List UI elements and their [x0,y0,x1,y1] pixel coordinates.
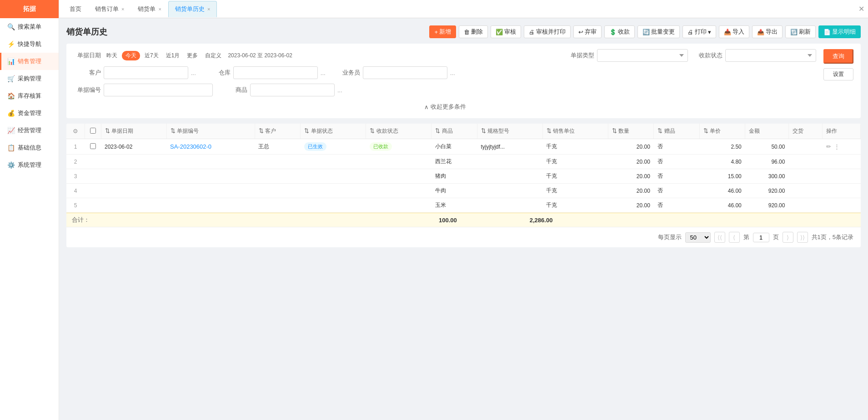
th-date[interactable]: ⇅ 单据日期 [101,124,166,139]
th-collect-status[interactable]: ⇅ 收款状态 [366,124,431,139]
th-docno[interactable]: ⇅ 单据编号 [166,124,255,139]
docno-link[interactable]: SA-20230602-0 [170,143,211,150]
date-custom[interactable]: 自定义 [202,51,224,60]
row-checkbox[interactable] [90,143,96,149]
salesman-picker-icon[interactable]: ... [450,70,455,76]
cell-amount: 96.00 [745,155,789,169]
date-1month[interactable]: 近1月 [163,51,183,60]
cell-checkbox[interactable] [85,184,101,198]
page-number-input[interactable] [753,233,769,242]
cell-spec [477,155,542,169]
audit-button[interactable]: ✅ 审核 [491,25,521,38]
cell-price: 46.00 [699,198,745,213]
goods-input[interactable] [250,84,335,96]
doc-type-select[interactable] [597,49,688,62]
filter-docno: 单据编号 [74,84,213,96]
tab-home[interactable]: 首页 [63,1,88,17]
table-row: 4牛肉千克20.00否46.00920.00 [66,184,861,198]
docno-input[interactable] [104,84,213,96]
page-prev-btn[interactable]: ⟨ [729,232,740,243]
add-button[interactable]: + 新增 [429,25,456,38]
sidebar-item-system[interactable]: ⚙️ 系统管理 [0,156,59,174]
th-trade[interactable]: 交货 [788,124,822,139]
cell-checkbox[interactable] [85,155,101,169]
settings-button[interactable]: 设置 [823,68,853,80]
cell-checkbox[interactable] [85,169,101,184]
page-next-btn[interactable]: ⟩ [783,232,793,243]
th-gift[interactable]: ⇅ 赠品 [654,124,699,139]
tab-sales-history[interactable]: 销货单历史 × [168,1,217,17]
warehouse-input[interactable] [233,66,318,79]
footer-qty-total: 100.00 [439,217,457,224]
batch-change-button[interactable]: 🔄 批量变更 [637,25,680,38]
sidebar-item-inventory[interactable]: 🏠 库存核算 [0,87,59,105]
th-qty[interactable]: ⇅ 数量 [608,124,653,139]
th-spec[interactable]: ⇅ 规格型号 [477,124,542,139]
footer-totals: 100.00 2,286.00 [439,217,552,224]
warehouse-picker-icon[interactable]: ... [321,70,326,76]
more-actions-icon[interactable]: ⋮ [834,143,840,150]
sidebar-item-basic[interactable]: 📋 基础信息 [0,139,59,156]
export-button[interactable]: 📤 导出 [752,25,783,38]
sidebar-item-sales[interactable]: 📊 销售管理 [0,53,59,70]
tab-sales-history-label: 销货单历史 [175,5,205,13]
import-icon: 📥 [724,29,731,35]
date-more[interactable]: 更多 [184,51,201,60]
print-button[interactable]: 🖨 打印 ▾ [682,25,716,38]
import-button[interactable]: 📥 导入 [719,25,749,38]
date-yesterday[interactable]: 昨天 [104,51,120,60]
abandon-button[interactable]: ↩ 弃审 [573,25,602,38]
th-amount[interactable]: 金额 [745,124,789,139]
cell-goods: 猪肉 [431,169,477,184]
sidebar-item-quick[interactable]: ⚡ 快捷导航 [0,35,59,53]
refresh-button[interactable]: 🔃 刷新 [785,25,816,38]
th-doc-status[interactable]: ⇅ 单据状态 [301,124,366,139]
sort-gift-icon: ⇅ [657,127,662,134]
goods-picker-icon[interactable]: ... [337,87,342,94]
page-last-btn[interactable]: ⟩⟩ [797,232,808,243]
audit-icon: ✅ [496,29,503,35]
cell-gift: 否 [654,198,699,213]
cell-spec: tyjyjtyjdf... [477,139,542,155]
page-first-btn[interactable]: ⟨⟨ [714,232,725,243]
th-checkbox[interactable] [85,124,101,139]
sidebar-item-operation[interactable]: 📈 经营管理 [0,122,59,139]
tab-sales-delivery[interactable]: 销货单 × [131,1,168,17]
collect-button[interactable]: 💲 收款 [604,25,635,38]
delete-button[interactable]: 🗑 删除 [459,25,488,38]
audit-print-button[interactable]: 🖨 审核并打印 [524,25,571,38]
table-header-row: ⚙ ⇅ 单据日期 ⇅ 单据编号 ⇅ 客户 ⇅ 单据状态 ⇅ 收款状态 ⇅ 商品 … [66,124,861,139]
th-customer[interactable]: ⇅ 客户 [255,124,300,139]
th-unit[interactable]: ⇅ 销售单位 [542,124,608,139]
customer-input[interactable] [104,66,188,79]
cell-checkbox[interactable] [85,139,101,155]
sidebar-item-label: 经营管理 [18,126,41,135]
sidebar-item-search[interactable]: 🔍 搜索菜单 [0,18,59,35]
edit-icon[interactable]: ✏ [826,143,831,150]
sidebar-item-purchase[interactable]: 🛒 采购管理 [0,70,59,87]
customer-picker-icon[interactable]: ... [191,70,196,76]
date-7days[interactable]: 近7天 [142,51,161,60]
salesman-input[interactable] [363,66,447,79]
tab-sales-order[interactable]: 销售订单 × [88,1,131,17]
select-all-checkbox[interactable] [90,128,96,134]
collapse-filter-btn[interactable]: ∧ 收起更多条件 [424,101,466,113]
th-goods[interactable]: ⇅ 商品 [431,124,477,139]
tab-sales-history-close[interactable]: × [207,6,210,12]
print-dropdown-icon: ▾ [708,29,711,35]
date-today[interactable]: 今天 [122,51,140,60]
sidebar-item-finance[interactable]: 💰 资金管理 [0,105,59,122]
query-button[interactable]: 查询 [823,49,853,64]
per-page-select[interactable]: 50 100 200 [685,232,711,243]
th-gear[interactable]: ⚙ [66,124,85,139]
close-all-tabs-icon[interactable]: ✕ [858,5,864,13]
collect-status-select[interactable] [725,49,816,62]
sidebar-item-label: 资金管理 [18,109,41,117]
show-detail-button[interactable]: 📄 显示明细 [818,25,861,38]
tab-sales-delivery-close[interactable]: × [158,6,161,12]
th-price[interactable]: ⇅ 单价 [699,124,745,139]
cell-checkbox[interactable] [85,198,101,213]
cell-action [823,184,861,198]
sidebar-item-label: 快捷导航 [18,40,41,48]
tab-sales-order-close[interactable]: × [121,6,124,12]
